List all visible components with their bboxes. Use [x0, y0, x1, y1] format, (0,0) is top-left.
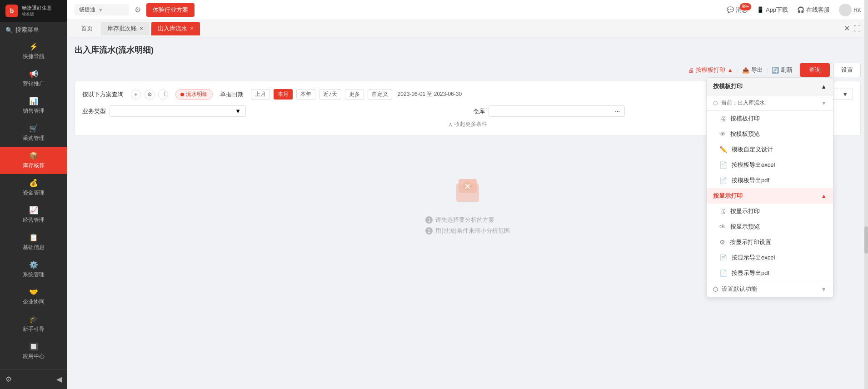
- online-service-label: 在线客服: [806, 6, 830, 14]
- sidebar-item-guide[interactable]: 🎓 新手引导: [0, 310, 67, 338]
- print-expand-icon: ▲: [727, 67, 733, 74]
- message-badge: 99+: [740, 3, 751, 10]
- sidebar-item-sales[interactable]: 📊 销售管理: [0, 92, 67, 120]
- dropdown-item-label: 按模板导出pdf: [732, 176, 769, 185]
- sidebar-item-inventory[interactable]: 📦 库存核算: [0, 147, 67, 174]
- close-tab-flow-detail[interactable]: ✕: [190, 26, 194, 31]
- sidebar-item-quick-nav[interactable]: ⚡ 快捷导航: [0, 38, 67, 65]
- print-template-button[interactable]: 🖨 按模板打印 ▲: [688, 66, 733, 74]
- filter-actions: + ⚙ 《: [131, 90, 168, 100]
- settings-bottom-icon[interactable]: ⚙: [5, 375, 12, 384]
- dropdown-item-template-pdf[interactable]: 📄 按模板导出pdf: [707, 173, 833, 188]
- settings-icon[interactable]: ⚙: [135, 5, 141, 14]
- content-toolbar: 🖨 按模板打印 ▲ | 📤 导出 | 🔄 刷新 按模板打印 ▲: [75, 63, 861, 77]
- filter-collapse-button[interactable]: 《: [158, 90, 168, 100]
- app-name: 畅捷通好生意: [22, 5, 52, 11]
- dropdown-item-display-pdf[interactable]: 📄 按显示导出pdf: [707, 265, 833, 281]
- export-icon: 📤: [742, 67, 749, 74]
- dropdown-item-display-excel[interactable]: 📄 按显示导出excel: [707, 250, 833, 265]
- home-tab-label: 首页: [81, 25, 93, 33]
- online-service-button[interactable]: 🎧 在线客服: [797, 6, 830, 14]
- sidebar-item-basic-info[interactable]: 📋 基础信息: [0, 229, 67, 256]
- tabbar-controls: ✕ ⛶: [844, 24, 861, 33]
- finance-icon: 💰: [29, 179, 38, 187]
- sidebar-item-app-center[interactable]: 🔲 应用中心: [0, 338, 67, 365]
- template-preview-icon: 👁: [719, 130, 726, 138]
- template-custom-icon: ✏️: [719, 146, 727, 153]
- footer-arrow: ▼: [821, 286, 827, 293]
- search-menu[interactable]: 🔍 搜索菜单: [0, 22, 67, 38]
- marketing-icon: 📢: [29, 70, 38, 78]
- display-print-group[interactable]: 按显示打印 ▲: [707, 188, 833, 204]
- collapse-sidebar-icon[interactable]: ◀: [56, 375, 62, 384]
- sidebar-item-corp-wechat[interactable]: 💬 企业微信: [0, 365, 67, 369]
- collapse-label: 收起更多条件: [454, 120, 487, 128]
- dropdown-item-label: 按显示导出pdf: [732, 269, 769, 277]
- dropdown-current-label: 当前：出入库流水: [721, 99, 765, 107]
- display-pdf-icon: 📄: [719, 269, 727, 277]
- user-selector[interactable]: 畅捷通 ▼: [75, 4, 129, 15]
- app-download-icon: 📱: [757, 6, 764, 13]
- user-text: 畅捷通: [79, 6, 95, 14]
- sidebar-item-marketing[interactable]: 📢 营销推广: [0, 65, 67, 92]
- message-button[interactable]: 💬 消息 99+: [727, 6, 748, 14]
- dropdown-item-template-preview[interactable]: 👁 按模板预览: [707, 126, 833, 142]
- tab-home[interactable]: 首页: [75, 22, 99, 35]
- date-btn-more[interactable]: 更多: [345, 89, 364, 100]
- sidebar-item-collab[interactable]: 🤝 企业协同: [0, 283, 67, 310]
- refresh-label: 刷新: [781, 66, 793, 74]
- close-all-tabs-button[interactable]: ✕: [844, 24, 850, 33]
- date-btn-7days[interactable]: 近7天: [319, 89, 341, 100]
- dropdown-item-display-settings[interactable]: ⚙ 按显示打印设置: [707, 234, 833, 250]
- date-btn-this-month[interactable]: 本月: [274, 89, 293, 100]
- dropdown-footer[interactable]: ⬡ 设置默认功能 ▼: [707, 281, 833, 297]
- print-icon: 🖨: [688, 67, 694, 74]
- dropdown-item-print-template[interactable]: 🖨 按模板打印: [707, 111, 833, 126]
- maximize-button[interactable]: ⛶: [853, 24, 861, 33]
- filter-settings-button[interactable]: ⚙: [145, 90, 155, 100]
- dropdown-expand-icon[interactable]: ▲: [821, 83, 827, 90]
- export-button[interactable]: 📤 导出: [742, 66, 763, 74]
- export-label: 导出: [751, 66, 763, 74]
- dropdown-arrow: ▼: [821, 100, 827, 106]
- right-scroll-handle[interactable]: [864, 0, 868, 389]
- dropdown-item-label: 按显示导出excel: [732, 254, 775, 262]
- sidebar-nav: ⚡ 快捷导航 📢 营销推广 📊 销售管理 🛒 采购管理 📦 库存核算 💰 资金管…: [0, 38, 67, 369]
- sidebar-item-label: 营销推广: [23, 80, 45, 88]
- sidebar-item-label: 采购管理: [23, 135, 45, 142]
- dropdown-item-template-excel[interactable]: 📄 按模板导出excel: [707, 157, 833, 173]
- empty-tip-2: 2 用[过滤]条件来缩小分析范围: [425, 227, 509, 235]
- sidebar-item-finance[interactable]: 💰 资金管理: [0, 174, 67, 201]
- date-btn-last-month[interactable]: 上月: [251, 89, 270, 100]
- query-button[interactable]: 查询: [800, 63, 830, 77]
- dropdown-item-display-print[interactable]: 🖨 按显示打印: [707, 204, 833, 219]
- dropdown-item-label: 按显示预览: [730, 223, 760, 231]
- search-menu-label: 搜索菜单: [15, 26, 39, 34]
- sidebar-item-label: 快捷导航: [23, 53, 45, 60]
- settings-button[interactable]: 设置: [833, 63, 861, 77]
- sidebar-item-system[interactable]: ⚙️ 系统管理: [0, 256, 67, 283]
- date-btn-custom[interactable]: 自定义: [368, 89, 392, 100]
- industry-solution-button[interactable]: 体验行业方案: [146, 3, 195, 17]
- empty-illustration: [449, 172, 486, 209]
- date-btn-this-year[interactable]: 本年: [296, 89, 315, 100]
- tab-flow-detail[interactable]: 出入库流水 ✕: [151, 22, 200, 35]
- close-tab-batch-account[interactable]: ✕: [140, 26, 143, 31]
- sidebar-item-purchase[interactable]: 🛒 采购管理: [0, 120, 67, 147]
- add-filter-button[interactable]: +: [131, 90, 141, 100]
- user-dropdown-icon: ▼: [98, 7, 103, 13]
- sidebar-item-operations[interactable]: 📈 经营管理: [0, 201, 67, 229]
- app-download-button[interactable]: 📱 App下载: [757, 6, 788, 14]
- business-type-input[interactable]: ▼: [110, 105, 246, 117]
- tab-batch-account[interactable]: 库存批次账 ✕: [101, 22, 150, 35]
- main-area: 畅捷通 ▼ ⚙ 体验行业方案 💬 消息 99+ 📱 App下载 🎧 在线客服 R…: [67, 0, 868, 389]
- user-avatar-button[interactable]: Rit: [839, 4, 861, 16]
- display-excel-icon: 📄: [719, 254, 727, 261]
- refresh-button[interactable]: 🔄 刷新: [772, 66, 793, 74]
- dropdown-item-template-custom[interactable]: ✏️ 模板自定义设计: [707, 142, 833, 157]
- dropdown-item-display-preview[interactable]: 👁 按显示预览: [707, 219, 833, 234]
- warehouse-label: 仓库: [473, 107, 485, 115]
- warehouse-input[interactable]: ···: [489, 105, 625, 117]
- business-type-dropdown-icon: ▼: [235, 108, 241, 115]
- collapse-more-button[interactable]: ∧ 收起更多条件: [449, 120, 487, 128]
